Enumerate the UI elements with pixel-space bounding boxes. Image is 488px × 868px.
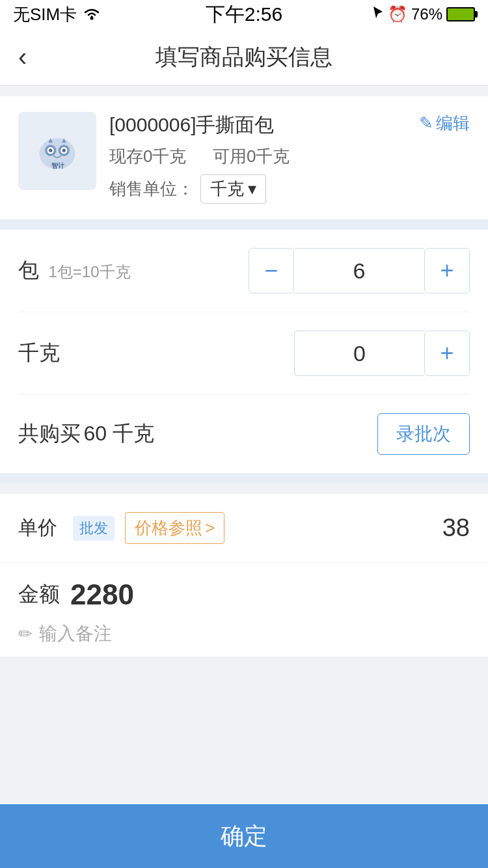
quantity-section: 包 1包=10千克 − + 千克 +: [0, 230, 488, 395]
product-stock: 现存0千克 可用0千克: [109, 145, 470, 168]
edit-label: 编辑: [436, 112, 470, 135]
amount-row: 金额 2280: [18, 578, 470, 611]
stock-spacer: [191, 146, 208, 166]
kg-plus-button[interactable]: +: [424, 331, 470, 376]
page-header: ‹ 填写商品购买信息: [0, 29, 488, 86]
svg-point-7: [62, 149, 66, 152]
price-ref-label: 价格参照: [135, 517, 202, 539]
product-unit-row: 销售单位： 千克 ▾: [109, 174, 470, 204]
carrier-text: 无SIM卡: [13, 3, 77, 26]
alarm-icon: ⏰: [388, 5, 407, 23]
unit-value: 千克: [210, 178, 244, 200]
note-placeholder: 输入备注: [39, 621, 112, 646]
package-quantity-row: 包 1包=10千克 − +: [18, 230, 470, 312]
edit-button[interactable]: ✎ 编辑: [419, 112, 470, 135]
summary-row: 共购买 60 千克 录批次: [0, 395, 488, 473]
unit-label: 销售单位：: [109, 178, 194, 200]
product-image: 智计: [18, 112, 96, 190]
dropdown-icon: ▾: [248, 179, 256, 199]
status-bar: 无SIM卡 下午2:56 ⏰ 76%: [0, 0, 488, 29]
battery-icon: [446, 7, 475, 21]
wifi-icon: [82, 5, 102, 25]
amount-section: 金额 2280 ✏ 输入备注: [0, 562, 488, 657]
batch-tag: 批发: [73, 516, 115, 541]
svg-text:智计: 智计: [51, 162, 65, 169]
price-ref-button[interactable]: 价格参照 >: [125, 512, 224, 544]
confirm-button[interactable]: 确定: [0, 804, 488, 868]
available-label: 可用0千克: [213, 146, 290, 166]
price-label: 单价: [18, 515, 57, 541]
battery-percent: 76%: [411, 5, 442, 23]
price-section: 单价 批发 价格参照 > 38: [0, 494, 488, 562]
back-button[interactable]: ‹: [18, 42, 27, 72]
location-icon: [372, 5, 384, 23]
price-value: 38: [442, 514, 470, 542]
amount-value: 2280: [70, 578, 134, 611]
product-card: 智计 [0000006]手撕面包 ✎ 编辑 现存0千克 可用0千克 销售单位： …: [0, 96, 488, 219]
package-label-group: 包 1包=10千克: [18, 256, 131, 285]
package-minus-button[interactable]: −: [249, 248, 294, 293]
package-hint: 1包=10千克: [48, 263, 130, 280]
svg-point-0: [90, 16, 94, 20]
batch-button[interactable]: 录批次: [377, 413, 470, 455]
summary-text: 共购买 60 千克: [18, 420, 154, 448]
package-quantity-input[interactable]: [294, 248, 424, 293]
status-left: 无SIM卡: [13, 3, 102, 26]
kg-quantity-input[interactable]: [294, 331, 424, 376]
kg-quantity-row: 千克 +: [18, 312, 470, 395]
summary-amount: 60: [83, 422, 112, 445]
price-row: 单价 批发 价格参照 > 38: [18, 512, 470, 544]
kg-quantity-control: +: [294, 331, 470, 376]
amount-label: 金额: [18, 580, 60, 609]
product-info: [0000006]手撕面包 ✎ 编辑 现存0千克 可用0千克 销售单位： 千克 …: [109, 112, 470, 204]
page-title: 填写商品购买信息: [156, 42, 332, 72]
section-divider-2: [0, 473, 488, 483]
product-name: [0000006]手撕面包: [109, 112, 419, 139]
summary-unit: 千克: [113, 422, 154, 445]
status-right: ⏰ 76%: [372, 5, 475, 23]
note-row[interactable]: ✏ 输入备注: [18, 621, 470, 646]
product-name-row: [0000006]手撕面包 ✎ 编辑: [109, 112, 470, 139]
note-icon: ✏: [18, 624, 33, 644]
status-time: 下午2:56: [206, 1, 282, 28]
edit-icon: ✎: [419, 113, 433, 133]
stock-label: 现存0千克: [109, 146, 186, 166]
unit-selector[interactable]: 千克 ▾: [200, 174, 266, 204]
svg-point-6: [49, 149, 52, 152]
summary-label: 共购买: [18, 422, 81, 445]
kg-label: 千克: [18, 341, 60, 364]
price-ref-arrow: >: [205, 518, 215, 538]
package-plus-button[interactable]: +: [424, 248, 470, 293]
package-quantity-control: − +: [249, 248, 470, 293]
kg-label-group: 千克: [18, 339, 60, 368]
confirm-label: 确定: [221, 821, 267, 852]
section-divider-1: [0, 219, 488, 230]
package-label: 包: [18, 258, 39, 282]
